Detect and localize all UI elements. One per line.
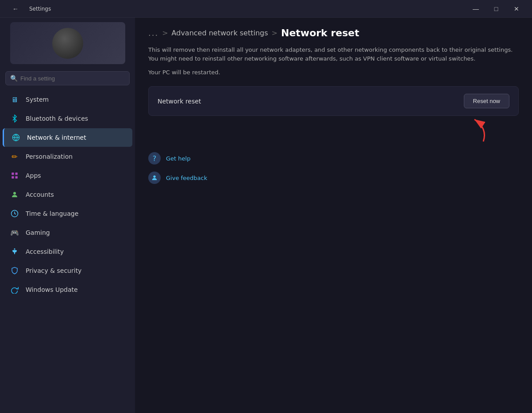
breadcrumb-middle-link[interactable]: Advanced network settings (172, 29, 268, 37)
svg-rect-3 (15, 172, 18, 175)
get-help-label[interactable]: Get help (166, 155, 190, 162)
sidebar-item-accounts[interactable]: Accounts (3, 185, 132, 204)
svg-rect-5 (15, 176, 18, 179)
titlebar-title: Settings (29, 6, 51, 12)
sidebar-item-label: Windows Update (26, 286, 78, 293)
time-icon (10, 209, 19, 218)
sidebar-item-label: Privacy & security (26, 267, 81, 274)
sidebar-item-label: Gaming (26, 229, 50, 236)
minimize-button[interactable]: — (466, 2, 486, 16)
network-icon (11, 133, 21, 142)
titlebar-left: ← Settings (5, 2, 51, 16)
sidebar-item-gaming[interactable]: 🎮 Gaming (3, 223, 132, 242)
give-feedback-item[interactable]: Give feedback (148, 170, 519, 186)
svg-rect-4 (12, 176, 14, 179)
main-content: ... > Advanced network settings > Networ… (135, 18, 532, 413)
svg-point-6 (13, 192, 16, 195)
sidebar-item-label: Bluetooth & devices (26, 115, 88, 122)
sidebar-item-label: Time & language (26, 210, 78, 217)
sidebar-item-label: Accessibility (26, 248, 64, 255)
get-help-item[interactable]: ? Get help (148, 150, 519, 166)
sidebar-item-system[interactable]: 🖥 System (3, 90, 132, 109)
svg-point-8 (14, 249, 15, 250)
bluetooth-icon (10, 114, 19, 123)
arrow-annotation (148, 119, 519, 146)
sidebar-item-bluetooth[interactable]: Bluetooth & devices (3, 109, 132, 128)
close-button[interactable]: ✕ (506, 2, 527, 16)
description-block: This will remove then reinstall all your… (135, 43, 532, 67)
sidebar-item-update[interactable]: Windows Update (3, 280, 132, 299)
sidebar-item-time[interactable]: Time & language (3, 204, 132, 223)
svg-point-10 (153, 176, 155, 178)
update-icon (10, 285, 19, 294)
description-text: This will remove then reinstall all your… (148, 46, 519, 63)
back-button[interactable]: ← (5, 2, 26, 16)
privacy-icon (10, 266, 19, 275)
avatar-image (52, 28, 83, 59)
give-feedback-label[interactable]: Give feedback (166, 175, 207, 181)
titlebar-controls: — □ ✕ (466, 2, 527, 16)
sidebar-item-personalization[interactable]: ✏️ Personalization (3, 147, 132, 166)
sidebar-item-label: Accounts (26, 191, 54, 198)
user-avatar[interactable] (10, 22, 125, 64)
sidebar: 🔍 🖥 System Bluetooth & devices (0, 18, 135, 413)
restart-note: Your PC will be restarted. (135, 67, 532, 83)
personalization-icon: ✏️ (10, 152, 19, 161)
breadcrumb-dots[interactable]: ... (148, 28, 158, 38)
gaming-icon: 🎮 (10, 228, 19, 237)
reset-card-label: Network reset (158, 98, 201, 105)
network-reset-card: Network reset Reset now (148, 86, 519, 116)
arrow-icon (448, 115, 492, 146)
help-links: ? Get help Give feedback (135, 146, 532, 190)
breadcrumb-sep2: > (272, 29, 278, 37)
accessibility-icon (10, 247, 19, 256)
search-box[interactable]: 🔍 (5, 71, 130, 85)
sidebar-item-label: Apps (26, 172, 41, 179)
sidebar-item-network[interactable]: Network & internet (3, 128, 132, 147)
sidebar-item-label: Personalization (26, 153, 73, 160)
system-icon: 🖥 (10, 95, 19, 104)
sidebar-item-label: Network & internet (27, 134, 86, 141)
breadcrumb: ... > Advanced network settings > Networ… (135, 18, 532, 43)
titlebar: ← Settings — □ ✕ (0, 0, 532, 18)
sidebar-item-accessibility[interactable]: Accessibility (3, 242, 132, 261)
breadcrumb-current: Network reset (281, 27, 359, 38)
apps-icon (10, 171, 19, 180)
search-input[interactable] (20, 75, 125, 82)
get-help-icon: ? (148, 152, 161, 164)
give-feedback-icon (148, 172, 161, 184)
accounts-icon (10, 190, 19, 199)
reset-now-button[interactable]: Reset now (464, 94, 509, 108)
breadcrumb-sep1: > (162, 29, 168, 37)
sidebar-item-apps[interactable]: Apps (3, 166, 132, 185)
app-container: 🔍 🖥 System Bluetooth & devices (0, 18, 532, 413)
sidebar-item-label: System (26, 96, 49, 103)
sidebar-item-privacy[interactable]: Privacy & security (3, 261, 132, 280)
search-icon: 🔍 (10, 75, 18, 82)
search-container: 🔍 (0, 69, 135, 90)
sidebar-nav: 🖥 System Bluetooth & devices (0, 90, 135, 299)
maximize-button[interactable]: □ (486, 2, 506, 16)
svg-rect-2 (12, 172, 14, 175)
